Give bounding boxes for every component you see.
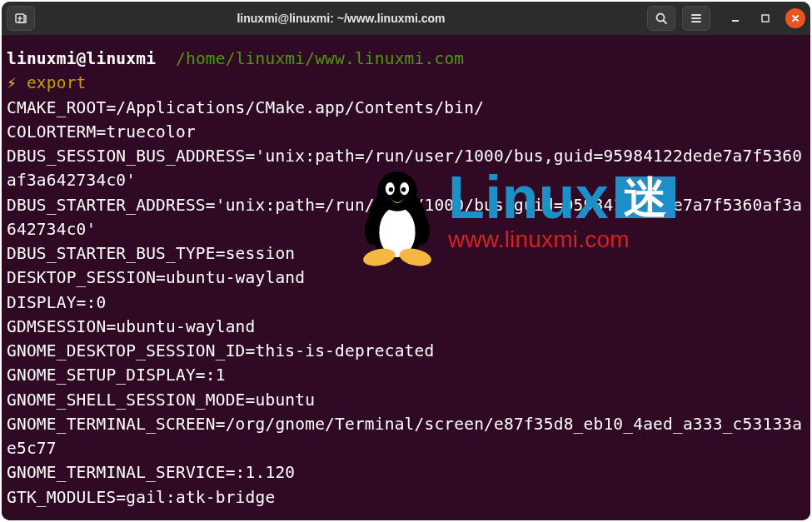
command-text: export	[27, 73, 87, 92]
output-line: GNOME_DESKTOP_SESSION_ID=this-is-depreca…	[7, 341, 434, 360]
minimize-button[interactable]	[725, 8, 745, 28]
output-line: GNOME_SETUP_DISPLAY=:1	[7, 365, 226, 385]
output-line: DBUS_STARTER_ADDRESS='unix:path=/run/use…	[7, 196, 802, 239]
titlebar: linuxmi@linuxmi: ~/www.linuxmi.com	[2, 2, 810, 35]
prompt-symbol: ⚡	[7, 73, 17, 92]
svg-rect-2	[762, 15, 769, 22]
output-line: DBUS_SESSION_BUS_ADDRESS='unix:path=/run…	[7, 147, 802, 190]
new-tab-button[interactable]	[7, 6, 35, 31]
output-line: COLORTERM=truecolor	[7, 122, 196, 142]
output-line: GNOME_TERMINAL_SCREEN=/org/gnome/Termina…	[7, 415, 802, 458]
output-line: GNOME_TERMINAL_SERVICE=:1.120	[7, 463, 295, 482]
close-button[interactable]	[785, 8, 805, 28]
output-line: GDMSESSION=ubuntu-wayland	[7, 317, 256, 336]
terminal-content[interactable]: linuxmi@linuxmi /home/linuxmi/www.linuxm…	[2, 35, 810, 520]
window-title: linuxmi@linuxmi: ~/www.linuxmi.com	[42, 12, 640, 25]
prompt-user-host: linuxmi@linuxmi	[7, 49, 156, 68]
output-line: DBUS_STARTER_BUS_TYPE=session	[7, 244, 295, 263]
menu-button[interactable]	[682, 6, 710, 31]
output-line: GNOME_SHELL_SESSION_MODE=ubuntu	[7, 390, 315, 410]
output-line: CMAKE_ROOT=/Applications/CMake.app/Conte…	[7, 98, 484, 117]
output-line: DISPLAY=:0	[7, 293, 106, 312]
terminal-window: linuxmi@linuxmi: ~/www.linuxmi.com	[2, 2, 810, 520]
output-line: DESKTOP_SESSION=ubuntu-wayland	[7, 268, 305, 287]
output-line: GTK_MODULES=gail:atk-bridge	[7, 488, 275, 507]
search-button[interactable]	[647, 6, 675, 31]
terminal-output: linuxmi@linuxmi /home/linuxmi/www.linuxm…	[7, 47, 805, 510]
maximize-button[interactable]	[755, 8, 775, 28]
prompt-path: /home/linuxmi/www.linuxmi.com	[176, 49, 464, 68]
